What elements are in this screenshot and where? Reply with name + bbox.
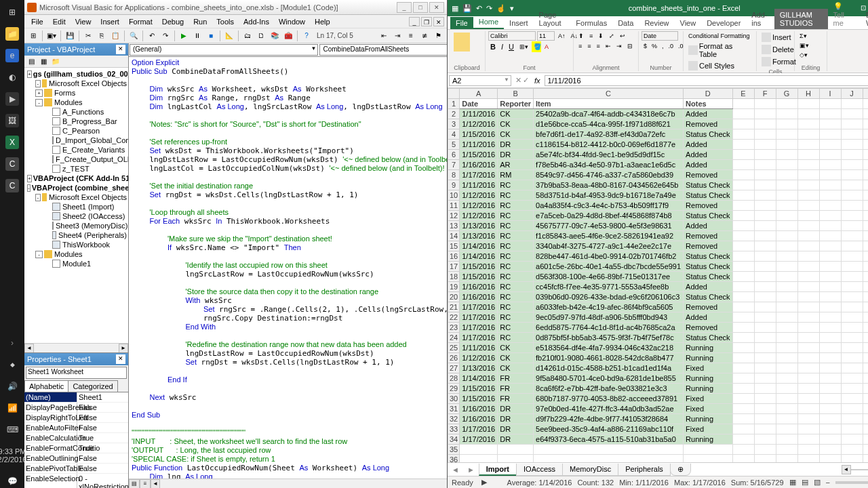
data-row[interactable]: 31/12/2016CKd1e56bce-cca5-44ca-995f-1f97…	[448, 119, 869, 129]
font-color-button[interactable]: A	[542, 41, 551, 52]
data-row[interactable]: 101/12/2016RC58d3751d-b4af-4953-9dc9-b16…	[448, 190, 869, 201]
start-icon[interactable]: ⊞	[5, 5, 19, 19]
delete-cells-button[interactable]: Delete	[760, 43, 796, 56]
mdi-minimize[interactable]: _	[409, 17, 420, 26]
object-browser-button[interactable]: 📚	[269, 30, 281, 42]
sheet-tab-peripherals[interactable]: Peripherals	[618, 464, 671, 476]
paste-button[interactable]: 📋	[109, 30, 121, 42]
tree-node[interactable]: -Microsoft Excel Objects	[26, 192, 127, 202]
menu-format[interactable]: Format	[125, 16, 157, 27]
code-scrollbar[interactable]: ▤≡ ◄►	[129, 479, 447, 488]
volume-icon[interactable]: 🔊	[5, 380, 19, 393]
menu-edit[interactable]: Edit	[49, 16, 70, 27]
data-row[interactable]: 211/17/2016RCa6033feb-b42e-4c19-afec-86f…	[448, 302, 869, 312]
inc-decimal-button[interactable]: .0	[667, 41, 676, 51]
data-row[interactable]: 221/17/2016RC9ec05d97-97fd-48df-a906-5b5…	[448, 312, 869, 323]
align-left-button[interactable]: ≡	[576, 41, 584, 51]
border-button[interactable]: ⊞▾	[517, 41, 530, 52]
insert-dropdown[interactable]: ▣▾	[45, 30, 58, 42]
data-row[interactable]: 241/17/2016RC0d875bf5f-bb5ab3-4575-9f3f-…	[448, 333, 869, 343]
tree-node[interactable]: z_TEST	[26, 164, 127, 174]
tree-node[interactable]: -Modules	[26, 249, 127, 259]
tree-node[interactable]: Sheet3 (MemoryDisc)	[26, 221, 127, 230]
ribbon-tab-home[interactable]: Home	[473, 16, 504, 29]
hscroll-track[interactable]	[851, 469, 868, 470]
menu-debug[interactable]: Debug	[158, 16, 188, 27]
tree-node[interactable]: A_Functions	[26, 107, 127, 117]
property-row[interactable]: EnableFormatConditioTrue	[24, 443, 128, 453]
menu-run[interactable]: Run	[189, 16, 211, 27]
ribbon-tab-insert[interactable]: Insert	[504, 17, 534, 29]
data-row[interactable]: 41/15/2016CKbfe7d6f1-de17-4a92-83ff-ef43…	[448, 129, 869, 140]
fx-icon[interactable]: fx	[532, 77, 543, 85]
object-combo[interactable]: (General)	[130, 44, 318, 56]
tree-scrollbar[interactable]: ◄►	[24, 343, 128, 352]
data-row[interactable]: 71/16/2016ARf78e5b46-a34d-4e50-97b1-a3ae…	[448, 160, 869, 170]
run-button[interactable]: ▶	[178, 30, 190, 42]
sheet-nav-prev[interactable]: ◄	[448, 466, 463, 474]
project-explorer-button[interactable]: 🗂	[241, 30, 254, 42]
props-tab-alphabetic[interactable]: Alphabetic	[24, 380, 68, 392]
wrap-text-button[interactable]: ↩	[618, 31, 627, 41]
mdi-restore[interactable]: ❐	[421, 17, 432, 26]
view-break-button[interactable]: ▧	[814, 478, 821, 487]
zoom-out-button[interactable]: −	[826, 479, 830, 487]
tray-icon[interactable]: ◆	[5, 358, 19, 371]
tree-node[interactable]: -VBAProject (combine_sheets_	[26, 183, 127, 192]
tree-node[interactable]: +VBAProject (CFK Add-In 510.xl	[26, 174, 127, 183]
number-format-combo[interactable]: Date	[642, 31, 678, 41]
indent-right-button[interactable]: ⇥	[614, 41, 624, 51]
explorer-icon[interactable]: 📁	[5, 27, 19, 41]
properties-panel-close[interactable]: ✕	[116, 354, 125, 364]
data-row[interactable]: 141/13/2016RCf1c85843-aee5-4f6e-9ce2-582…	[448, 231, 869, 241]
cut-button[interactable]: ✂	[82, 30, 94, 42]
property-row[interactable]: DisplayPageBreaksFalse	[24, 403, 128, 413]
data-row[interactable]: 321/16/2016DRd9f7b229-42fe-4dbe-9f77-f41…	[448, 414, 869, 424]
qat-undo-icon[interactable]: ↶	[476, 4, 482, 13]
code-editor[interactable]: Option Explicit Public Sub CombineDataFr…	[129, 57, 447, 479]
keyboard-icon[interactable]: ⌨	[5, 423, 19, 436]
worksheet-grid[interactable]: ABCDEFGHIJKLM1DateReporterItemNotes21/11…	[448, 88, 868, 462]
tree-node[interactable]: -Microsoft Excel Objects	[26, 79, 127, 88]
new-sheet-button[interactable]: ⊕	[670, 464, 691, 476]
save-button[interactable]: 💾	[64, 30, 76, 42]
cell-styles-button[interactable]: Cell Styles	[686, 60, 736, 72]
data-row[interactable]: 251/11/2016CKe5183564-df4e-4fa7-9934-046…	[448, 343, 869, 353]
view-object-button[interactable]: ▦	[38, 56, 49, 67]
ribbon-tab-file[interactable]: File	[450, 17, 473, 29]
data-row[interactable]: 161/14/2016RC828be447-461d-4be0-9914-02b…	[448, 251, 869, 262]
menu-file[interactable]: File	[27, 16, 47, 27]
data-row[interactable]: 261/12/2016CKfb210f01-9080-4661-8028-542…	[448, 353, 869, 363]
qat-touch-icon[interactable]: ☝	[496, 4, 506, 13]
data-row[interactable]: 91/11/2016RC37b9ba53-8eaa-48b0-8167-0434…	[448, 180, 869, 190]
outdent-button[interactable]: ⇤	[378, 30, 390, 42]
undo-button[interactable]: ↶	[146, 30, 158, 42]
tree-node[interactable]: F_Create_Output_OLD	[26, 155, 127, 164]
zoom-slider[interactable]	[835, 481, 868, 484]
view-normal-button[interactable]: ▦	[789, 478, 796, 487]
qat-redo-icon[interactable]: ↷	[486, 4, 492, 13]
property-row[interactable]: EnableSelection0 - xlNoRestrictions	[24, 474, 128, 488]
find-button[interactable]: 🔍	[127, 30, 140, 42]
autosum-button[interactable]: Σ▾	[797, 31, 809, 41]
ribbon-tab-dan-wag-[interactable]: Dan Wag...	[861, 9, 868, 29]
minimize-button[interactable]: _	[397, 2, 412, 13]
property-row[interactable]: EnableOutliningFalse	[24, 453, 128, 464]
clear-button[interactable]: ◇▾	[797, 50, 810, 60]
sheet-tab-memorydisc[interactable]: MemoryDisc	[562, 464, 618, 476]
format-as-table-button[interactable]: Format as Table	[686, 41, 753, 60]
currency-button[interactable]: $	[642, 41, 649, 51]
align-middle-button[interactable]: ≡	[587, 31, 595, 41]
chrome-icon[interactable]: ◐	[5, 70, 19, 84]
sheet-nav-next[interactable]: ►	[463, 466, 479, 474]
property-row[interactable]: EnableCalculationTrue	[24, 433, 128, 443]
camtasia-icon[interactable]: C	[5, 157, 19, 171]
ribbon-tab-view[interactable]: View	[675, 17, 702, 29]
excel-icon[interactable]: X	[5, 136, 19, 149]
ribbon-tab-developer[interactable]: Developer	[701, 17, 746, 29]
toggle-folders-button[interactable]: 📁	[50, 56, 61, 67]
data-row[interactable]: 151/14/2016RC3340ab4f-3275-4727-a9c1-44e…	[448, 241, 869, 251]
sheet-tab-import[interactable]: Import	[479, 464, 517, 476]
design-mode-button[interactable]: 📐	[223, 30, 235, 42]
font-name-combo[interactable]: Calibri	[488, 31, 536, 41]
